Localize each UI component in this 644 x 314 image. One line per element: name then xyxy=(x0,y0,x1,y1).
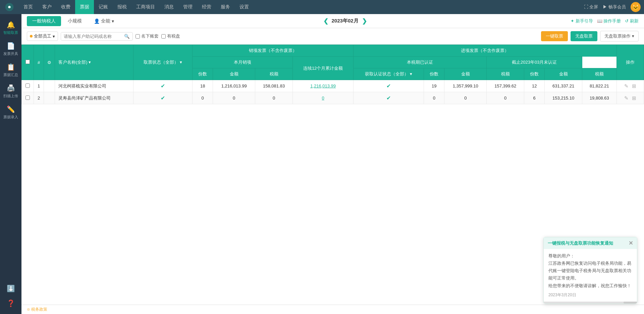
th-d-count: 份数 xyxy=(524,68,545,80)
employee-select[interactable]: 全部员工 ▾ xyxy=(27,32,58,41)
filter-icon-cert[interactable]: ▾ xyxy=(410,71,412,76)
sidebar-item-invoice-open[interactable]: 📄 发票开具 xyxy=(0,39,21,60)
row2-s-12[interactable]: 0 xyxy=(293,92,354,104)
sidebar-item-invoice-summary[interactable]: 📋 票据汇总 xyxy=(0,60,21,81)
notification-close-btn[interactable]: ✕ xyxy=(629,240,633,246)
table-row: 1 河北柯搭梳实业有限公司 ✔ 18 1,216,013.99 158,081.… xyxy=(22,80,644,92)
row1-d-tax: 81,822.21 xyxy=(582,80,616,92)
nav-bookkeeping[interactable]: 记账 xyxy=(94,0,113,14)
sidebar-item-label-2: 票据汇总 xyxy=(3,72,18,77)
nav-invoice[interactable]: 票据 xyxy=(75,0,94,14)
period-nav: ❮ 2023年02月 ❯ xyxy=(121,17,569,25)
row1-s-12[interactable]: 1,216,013.99 xyxy=(293,80,354,92)
filter-icon-name[interactable]: ▾ xyxy=(89,60,91,65)
person-icon: 👤 xyxy=(94,18,100,24)
row2-p-tax: 0 xyxy=(487,92,524,104)
nav-home[interactable]: 首页 xyxy=(19,0,38,14)
toolbar-left: 全部员工 ▾ 🔍 名下账套 有税盘 xyxy=(27,32,538,41)
manual-btn[interactable]: 📖 操作手册 xyxy=(597,18,621,24)
th-qx-status: 取票状态（全部） ▾ xyxy=(133,45,192,80)
prev-period-btn[interactable]: ❮ xyxy=(323,17,328,25)
search-button[interactable]: 🔍 xyxy=(121,33,132,40)
account-checkbox[interactable] xyxy=(136,34,140,39)
invoice-entry-icon: ✏️ xyxy=(7,105,15,113)
nav-fee[interactable]: 收费 xyxy=(56,0,75,14)
no-disk-ops-btn[interactable]: 无盘取票操作 ▾ xyxy=(600,31,639,42)
sidebar-item-download[interactable]: ⬇️ xyxy=(0,281,21,296)
tab-bar: 一般纳税人 小规模 👤 全能 ▾ ❮ 2023年02月 ❯ ✦ 新手引导 📖 操… xyxy=(21,14,644,28)
row1-p-count: 19 xyxy=(424,80,444,92)
next-period-btn[interactable]: ❯ xyxy=(362,17,367,25)
new-guide-btn[interactable]: ✦ 新手引导 xyxy=(571,18,593,24)
checkbox-account[interactable]: 名下账套 xyxy=(136,33,159,39)
tab-all[interactable]: 👤 全能 ▾ xyxy=(89,16,119,26)
checkbox-taxdisk[interactable]: 有税盘 xyxy=(161,33,180,39)
nav-service[interactable]: 服务 xyxy=(216,0,235,14)
row1-checkbox[interactable] xyxy=(25,83,30,88)
nav-customer[interactable]: 客户 xyxy=(38,0,56,14)
row1-d-count: 12 xyxy=(524,80,545,92)
nav-operation[interactable]: 经营 xyxy=(197,0,216,14)
taxdisk-checkbox[interactable] xyxy=(161,34,166,39)
sidebar-item-label-0: 智能取票 xyxy=(3,30,18,35)
th-name: 客户名称(全部) ▾ xyxy=(55,45,133,80)
search-input[interactable] xyxy=(61,33,121,40)
row1-actions: ✎ ⊞ xyxy=(616,80,644,92)
tab-small-scale[interactable]: 小规模 xyxy=(62,16,87,26)
th-p-count: 份数 xyxy=(424,68,444,80)
nav-business[interactable]: 工商项目 xyxy=(131,0,160,14)
top-nav-right: ⛶ 全屏 ▶ 畅享会员 🐱 xyxy=(584,2,641,12)
check-circle-icon-2: ✔ xyxy=(161,95,165,101)
notification-line-1: 江苏政务网已恢复访问电子税务局功能，易代账一键登陆电子税务局与无盘取票相关功能可… xyxy=(548,260,632,282)
th-ops: 操作 xyxy=(616,45,644,80)
sidebar-item-smart-ticket[interactable]: 🔔 智能取票 xyxy=(0,17,21,39)
no-disk-ticket-btn[interactable]: 无盘取票 xyxy=(571,31,597,41)
th-s-tax: 税额 xyxy=(255,68,293,80)
notification-body: 尊敬的用户： 江苏政务网已恢复访问电子税务局功能，易代账一键登陆电子税务局与无盘… xyxy=(544,249,637,302)
tax-policy-link[interactable]: ⊙ 税务政策 xyxy=(27,307,47,312)
row2-checkbox[interactable] xyxy=(25,96,30,100)
notification-scrollbar[interactable] xyxy=(544,302,637,304)
one-key-ticket-btn[interactable]: 一键取票 xyxy=(541,31,568,41)
row2-qx-status: ✔ xyxy=(133,92,192,104)
chevron-down-icon-emp: ▾ xyxy=(53,34,55,39)
sidebar-item-scan-upload[interactable]: 🖨️ 扫描上传 xyxy=(0,81,21,102)
th-purchase-group: 进项发票（不含作废票） xyxy=(354,45,616,57)
invoice-table: # ⚙ 客户名称(全部) ▾ 取票状态（全部） ▾ 销项发票（不含作废票） 进项… xyxy=(21,45,644,104)
status-bar: ⊙ 税务政策 xyxy=(21,305,644,314)
edit-icon[interactable]: ✎ xyxy=(624,83,629,89)
row1-name: 河北柯搭梳实业有限公司 xyxy=(55,80,133,92)
notification-line-0: 尊敬的用户： xyxy=(548,252,632,260)
scan-upload-icon: 🖨️ xyxy=(7,84,15,92)
employee-label: 全部员工 xyxy=(34,33,51,39)
avatar[interactable]: 🐱 xyxy=(631,2,641,12)
row1-qx-status: ✔ xyxy=(133,80,192,92)
sidebar-item-help[interactable]: ❓ xyxy=(0,296,21,311)
view-icon[interactable]: ⊞ xyxy=(632,83,636,89)
nav-settings[interactable]: 设置 xyxy=(235,0,254,14)
view-icon-2[interactable]: ⊞ xyxy=(632,95,636,101)
toolbar: 全部员工 ▾ 🔍 名下账套 有税盘 一键取票 无盘取票 无盘取票操作 ▾ xyxy=(21,28,644,45)
check-circle-icon: ✔ xyxy=(161,83,165,89)
vip-btn[interactable]: ▶ 畅享会员 xyxy=(603,4,626,10)
row2-p-amount: 0 xyxy=(444,92,487,104)
tab-general-taxpayer[interactable]: 一般纳税人 xyxy=(27,16,61,26)
sidebar-item-label-4: 票据录入 xyxy=(3,115,18,120)
sidebar-bottom: ⬇️ ❓ xyxy=(0,281,21,314)
nav-manage[interactable]: 管理 xyxy=(178,0,197,14)
th-s-amount: 金额 xyxy=(213,68,255,80)
cert-check-icon: ✔ xyxy=(386,83,391,89)
fullscreen-btn[interactable]: ⛶ 全屏 xyxy=(584,4,598,10)
nav-message[interactable]: 消息 xyxy=(160,0,178,14)
select-all-checkbox[interactable] xyxy=(25,60,30,64)
nav-tax[interactable]: 报税 xyxy=(113,0,131,14)
sidebar-item-invoice-entry[interactable]: ✏️ 票据录入 xyxy=(0,102,21,123)
refresh-btn[interactable]: ↺ 刷新 xyxy=(625,18,639,24)
row1-s-count: 18 xyxy=(193,80,213,92)
notification-title: 一键报税与无盘取票功能恢复通知 xyxy=(548,240,613,246)
row2-d-tax: 19,808.63 xyxy=(582,92,616,104)
filter-icon-qx[interactable]: ▾ xyxy=(180,60,182,65)
dot-icon xyxy=(30,35,33,38)
edit-icon-2[interactable]: ✎ xyxy=(624,95,629,101)
search-box: 🔍 xyxy=(61,32,133,41)
